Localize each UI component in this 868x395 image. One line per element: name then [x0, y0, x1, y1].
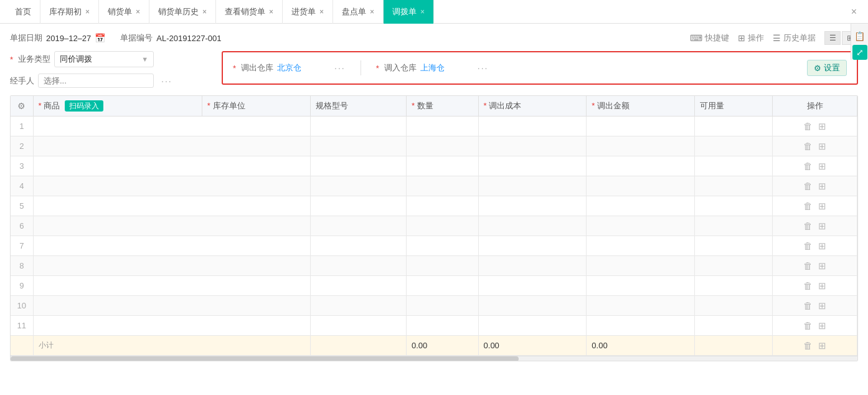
row-cost-8[interactable] — [478, 256, 587, 276]
row-spec-8[interactable] — [310, 256, 406, 276]
row-copy-3-button[interactable]: ⊞ — [818, 161, 826, 172]
tab-sales-order-close[interactable]: × — [136, 7, 140, 16]
row-cost-1[interactable] — [478, 117, 587, 136]
row-qty-4[interactable] — [406, 176, 478, 196]
row-amount-9[interactable] — [587, 276, 695, 296]
row-delete-4-button[interactable]: 🗑 — [803, 181, 813, 191]
row-spec-2[interactable] — [310, 136, 406, 156]
tab-sales-order[interactable]: 销货单 × — [99, 0, 149, 24]
operate-button[interactable]: ⊞ 操作 — [738, 32, 764, 44]
person-more-button[interactable]: ··· — [161, 76, 172, 86]
row-copy-1-button[interactable]: ⊞ — [818, 121, 826, 132]
row-amount-8[interactable] — [587, 256, 695, 276]
row-qty-10[interactable] — [406, 296, 478, 316]
row-amount-2[interactable] — [587, 136, 695, 156]
row-amount-5[interactable] — [587, 196, 695, 216]
tab-view-sales[interactable]: 查看销货单 × — [216, 0, 283, 24]
row-cost-4[interactable] — [478, 176, 587, 196]
scroll-bar[interactable] — [11, 356, 857, 361]
row-cost-7[interactable] — [478, 236, 587, 256]
row-product-5[interactable] — [33, 196, 310, 216]
scan-entry-button[interactable]: 扫码录入 — [65, 100, 103, 112]
row-product-4[interactable] — [33, 176, 310, 196]
row-amount-11[interactable] — [587, 316, 695, 336]
row-product-8[interactable] — [33, 256, 310, 276]
row-delete-1-button[interactable]: 🗑 — [803, 121, 813, 131]
row-delete-6-button[interactable]: 🗑 — [803, 221, 813, 231]
row-delete-7-button[interactable]: 🗑 — [803, 240, 813, 251]
row-amount-4[interactable] — [587, 176, 695, 196]
person-input[interactable] — [38, 74, 154, 88]
tab-inventory-check[interactable]: 盘点单 × — [333, 0, 384, 24]
panel-doc-icon[interactable]: 📋 — [852, 29, 867, 44]
row-copy-10-button[interactable]: ⊞ — [818, 300, 826, 312]
tab-transfer-close[interactable]: × — [420, 7, 425, 16]
row-spec-4[interactable] — [310, 176, 406, 196]
row-copy-9-button[interactable]: ⊞ — [818, 280, 826, 292]
panel-expand-icon[interactable]: ⤢ — [852, 45, 867, 60]
row-cost-11[interactable] — [478, 316, 587, 336]
business-type-select[interactable]: 同价调拨 ▼ — [54, 51, 154, 67]
row-product-11[interactable] — [33, 316, 310, 336]
row-spec-6[interactable] — [310, 216, 406, 236]
row-spec-1[interactable] — [310, 117, 406, 136]
row-product-1[interactable] — [33, 117, 310, 136]
row-delete-2-button[interactable]: 🗑 — [803, 141, 813, 151]
window-close-button[interactable]: × — [846, 6, 862, 17]
row-cost-2[interactable] — [478, 136, 587, 156]
row-amount-10[interactable] — [587, 296, 695, 316]
row-qty-11[interactable] — [406, 316, 478, 336]
row-product-9[interactable] — [33, 276, 310, 296]
row-cost-6[interactable] — [478, 216, 587, 236]
row-copy-4-button[interactable]: ⊞ — [818, 181, 826, 192]
out-warehouse-more-button[interactable]: ··· — [334, 63, 346, 73]
row-qty-7[interactable] — [406, 236, 478, 256]
row-spec-11[interactable] — [310, 316, 406, 336]
row-copy-2-button[interactable]: ⊞ — [818, 141, 826, 152]
shortcut-button[interactable]: ⌨ 快捷键 — [690, 32, 729, 44]
row-delete-3-button[interactable]: 🗑 — [803, 161, 813, 171]
row-qty-9[interactable] — [406, 276, 478, 296]
row-cost-9[interactable] — [478, 276, 587, 296]
tab-home[interactable]: 首页 — [6, 0, 40, 24]
row-spec-3[interactable] — [310, 156, 406, 176]
row-spec-7[interactable] — [310, 236, 406, 256]
row-copy-11-button[interactable]: ⊞ — [818, 320, 826, 331]
tab-inventory-init-close[interactable]: × — [85, 7, 90, 16]
settings-button[interactable]: ⚙ 设置 — [807, 60, 847, 76]
row-delete-10-button[interactable]: 🗑 — [803, 300, 813, 311]
row-spec-10[interactable] — [310, 296, 406, 316]
history-button[interactable]: ☰ 历史单据 — [773, 32, 816, 44]
col-settings-icon[interactable]: ⚙ — [17, 101, 26, 111]
row-delete-11-button[interactable]: 🗑 — [803, 320, 813, 331]
row-delete-5-button[interactable]: 🗑 — [803, 201, 813, 211]
in-warehouse-more-button[interactable]: ··· — [478, 63, 489, 73]
row-cost-10[interactable] — [478, 296, 587, 316]
row-qty-8[interactable] — [406, 256, 478, 276]
row-amount-3[interactable] — [587, 156, 695, 176]
row-qty-2[interactable] — [406, 136, 478, 156]
row-qty-6[interactable] — [406, 216, 478, 236]
layout-btn-list[interactable]: ☰ — [824, 31, 841, 45]
row-copy-6-button[interactable]: ⊞ — [818, 221, 826, 232]
tab-sales-history[interactable]: 销货单历史 × — [149, 0, 216, 24]
row-spec-9[interactable] — [310, 276, 406, 296]
row-cost-3[interactable] — [478, 156, 587, 176]
tab-view-sales-close[interactable]: × — [269, 7, 273, 16]
row-product-2[interactable] — [33, 136, 310, 156]
row-qty-5[interactable] — [406, 196, 478, 216]
row-qty-3[interactable] — [406, 156, 478, 176]
tab-purchase-close[interactable]: × — [319, 7, 324, 16]
tab-transfer[interactable]: 调拨单 × — [384, 0, 434, 24]
row-qty-1[interactable] — [406, 117, 478, 136]
row-amount-6[interactable] — [587, 216, 695, 236]
row-copy-8-button[interactable]: ⊞ — [818, 260, 826, 272]
row-product-10[interactable] — [33, 296, 310, 316]
row-amount-7[interactable] — [587, 236, 695, 256]
row-amount-1[interactable] — [587, 117, 695, 136]
row-product-3[interactable] — [33, 156, 310, 176]
row-delete-8-button[interactable]: 🗑 — [803, 260, 813, 271]
col-settings[interactable]: ⚙ — [11, 96, 33, 117]
row-copy-7-button[interactable]: ⊞ — [818, 240, 826, 252]
subtotal-copy-button[interactable]: ⊞ — [818, 340, 826, 351]
